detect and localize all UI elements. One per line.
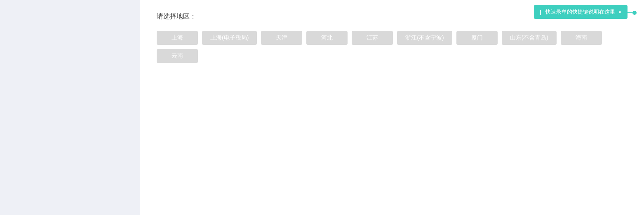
region-button-1[interactable]: 上海(电子税局) [202, 31, 257, 45]
region-button-3[interactable]: 河北 [306, 31, 348, 45]
region-button-6[interactable]: 厦门 [456, 31, 498, 45]
tooltip-close-button[interactable]: × [618, 9, 622, 15]
region-button-4[interactable]: 江苏 [352, 31, 393, 45]
tooltip-text: 快速录单的快捷键说明在这里 [545, 8, 615, 16]
region-button-0[interactable]: 上海 [157, 31, 198, 45]
region-button-8[interactable]: 海南 [561, 31, 602, 45]
tooltip-banner: 快速录单的快捷键说明在这里 × [534, 5, 628, 19]
region-button-5[interactable]: 浙江(不含宁波) [397, 31, 452, 45]
region-button-9[interactable]: 云南 [157, 49, 198, 63]
tooltip-line [627, 12, 632, 13]
region-button-7[interactable]: 山东(不含青岛) [502, 31, 557, 45]
main-content: 请选择地区： 上海上海(电子税局)天津河北江苏浙江(不含宁波)厦门山东(不含青岛… [140, 0, 644, 215]
tooltip-dot [632, 11, 637, 15]
region-button-2[interactable]: 天津 [261, 31, 302, 45]
sidebar [0, 0, 140, 215]
region-buttons: 上海上海(电子税局)天津河北江苏浙江(不含宁波)厦门山东(不含青岛)海南云南 [157, 31, 628, 63]
